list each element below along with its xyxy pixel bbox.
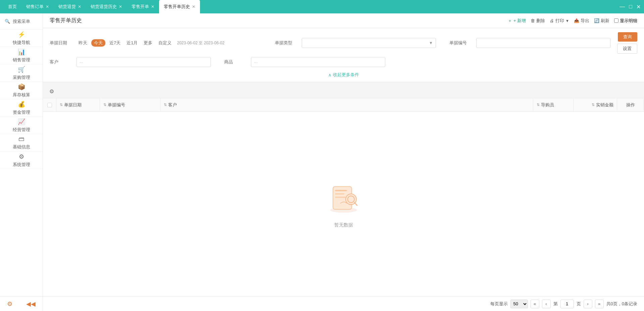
minimize-icon[interactable]: — [620, 4, 625, 10]
th-guide[interactable]: ⇅ 导购员 [533, 98, 574, 111]
tab-sales-return-history-close[interactable]: ✕ [119, 4, 122, 9]
tab-home-label: 首页 [8, 4, 17, 10]
tab-retail-history[interactable]: 零售开单历史 ✕ [159, 0, 200, 13]
svg-line-7 [354, 203, 357, 205]
sidebar-item-finance[interactable]: 💰 资金管理 [0, 99, 43, 117]
filter-panel: 单据日期 昨天 今天 近7天 近1月 更多 自定义 2023-06-02 至 2… [43, 28, 644, 82]
collapse-label: 收起更多条件 [333, 72, 359, 78]
doc-no-input[interactable] [476, 38, 610, 48]
print-button[interactable]: 🖨 打印 ▼ [550, 18, 569, 24]
table-header: ⇅ 单据日期 ⇅ 单据编号 ⇅ 客户 ⇅ 导购员 ⇅ 实销金额 [43, 98, 644, 112]
th-docno[interactable]: ⇅ 单据编号 [100, 98, 160, 111]
th-customer[interactable]: ⇅ 客户 [160, 98, 533, 111]
collapse-icon: ∧ [328, 72, 332, 77]
svg-rect-3 [335, 193, 344, 195]
next-page-button[interactable]: › [584, 300, 592, 308]
tab-retail-open[interactable]: 零售开单 ✕ [127, 0, 159, 13]
refresh-icon: 🔄 [594, 18, 599, 23]
sidebar-item-inventory[interactable]: 📦 库存核算 [0, 82, 43, 99]
tab-home[interactable]: 首页 [3, 0, 21, 13]
pagination: 每页显示 50 10 20 100 « ‹ 第 1 页 › [43, 296, 644, 311]
sales-mgmt-icon: 📊 [18, 48, 25, 56]
tab-sales-return-close[interactable]: ✕ [78, 4, 81, 9]
goods-dots: ··· [254, 60, 258, 65]
sort-icon-customer: ⇅ [164, 103, 167, 107]
sidebar-item-base-info[interactable]: 🗃 基础信息 [0, 134, 43, 152]
refresh-button[interactable]: 🔄 刷新 [594, 18, 609, 24]
table-settings-icon[interactable]: ⚙ [46, 86, 57, 97]
customer-dots: ··· [80, 60, 83, 65]
date-7days[interactable]: 近7天 [107, 39, 122, 47]
sidebar-search-label: 搜索采单 [13, 18, 30, 24]
page-input[interactable]: 1 [560, 300, 574, 308]
page-label: 第 [553, 301, 558, 307]
last-page-button[interactable]: » [595, 300, 604, 308]
sidebar-item-purchase-mgmt-label: 采购管理 [13, 74, 30, 81]
page-title: 零售开单历史 [50, 17, 82, 24]
date-1month[interactable]: 近1月 [125, 39, 140, 47]
goods-select[interactable]: ··· [251, 57, 385, 67]
export-icon: 📤 [574, 18, 579, 23]
th-customer-label: 客户 [168, 102, 177, 108]
sidebar-item-sales-mgmt[interactable]: 📊 销售管理 [0, 47, 43, 64]
per-page-select[interactable]: 50 10 20 100 [510, 300, 528, 308]
purchase-mgmt-icon: 🛒 [18, 66, 25, 73]
tab-sales-order-close[interactable]: ✕ [46, 4, 49, 9]
tab-retail-open-close[interactable]: ✕ [151, 4, 154, 9]
setting-button[interactable]: 设置 [617, 44, 637, 54]
add-icon: ＋ [508, 18, 512, 24]
date-more[interactable]: 更多 [142, 39, 154, 47]
tab-sales-order[interactable]: 销售订单 ✕ [21, 0, 54, 13]
main-layout: 🔍 搜索采单 ⚡ 快捷导航 📊 销售管理 🛒 采购管理 📦 库存核算 💰 [0, 13, 644, 311]
export-button[interactable]: 📤 导出 [574, 18, 589, 24]
doc-type-select[interactable]: ▼ [302, 38, 436, 48]
select-all-checkbox[interactable] [47, 103, 52, 107]
first-page-button[interactable]: « [531, 300, 539, 308]
prev-icon: ‹ [545, 301, 547, 306]
add-button[interactable]: ＋ + 新增 [508, 18, 526, 24]
close-icon[interactable]: ✕ [636, 4, 641, 10]
display-toggle[interactable]: 显示明细 [614, 18, 637, 24]
inventory-icon: 📦 [18, 83, 25, 91]
sidebar-item-system[interactable]: ⚙ 系统管理 [0, 152, 43, 169]
sidebar-item-purchase-mgmt[interactable]: 🛒 采购管理 [0, 64, 43, 82]
customer-select[interactable]: ··· [77, 57, 211, 67]
tab-sales-return-history[interactable]: 销货退货历史 ✕ [86, 0, 127, 13]
date-yesterday[interactable]: 昨天 [77, 39, 89, 47]
collapse-button[interactable]: ∧ 收起更多条件 [328, 70, 359, 79]
tab-sales-return[interactable]: 销货退货 ✕ [54, 0, 86, 13]
display-checkbox[interactable] [614, 18, 618, 23]
display-label: 显示明细 [620, 18, 637, 24]
date-custom[interactable]: 自定义 [156, 39, 174, 47]
refresh-label: 刷新 [601, 18, 609, 24]
th-date[interactable]: ⇅ 单据日期 [56, 98, 100, 111]
th-amount[interactable]: ⇅ 实销金额 [574, 98, 617, 111]
maximize-icon[interactable]: □ [629, 4, 632, 10]
page-suffix: 页 [577, 301, 581, 307]
date-filter-label: 单据日期 [50, 40, 77, 46]
sidebar-item-operations[interactable]: 📈 经营管理 [0, 117, 43, 134]
th-guide-label: 导购员 [541, 102, 554, 108]
sidebar-item-quick-nav-label: 快捷导航 [13, 40, 30, 46]
sidebar-settings-icon[interactable]: ⚙ [7, 300, 12, 308]
sort-icon-docno: ⇅ [103, 103, 106, 107]
date-range-text: 2023-06-02 至 2023-06-02 [177, 40, 224, 46]
tab-sales-return-history-label: 销货退货历史 [91, 4, 117, 10]
goods-label: 商品 [224, 59, 251, 65]
customer-label: 客户 [50, 59, 77, 65]
sidebar-collapse-icon[interactable]: ◀◀ [26, 300, 36, 308]
tab-retail-history-close[interactable]: ✕ [192, 4, 195, 9]
query-button[interactable]: 查询 [618, 32, 637, 42]
date-today[interactable]: 今天 [91, 39, 105, 47]
add-label: + 新增 [513, 18, 526, 24]
tab-retail-open-label: 零售开单 [132, 4, 149, 10]
sidebar-item-quick-nav[interactable]: ⚡ 快捷导航 [0, 30, 43, 47]
sidebar: 🔍 搜索采单 ⚡ 快捷导航 📊 销售管理 🛒 采购管理 📦 库存核算 💰 [0, 13, 43, 311]
sidebar-item-finance-label: 资金管理 [13, 109, 30, 115]
tab-sales-order-label: 销售订单 [26, 4, 44, 10]
delete-button[interactable]: 🗑 删除 [531, 18, 545, 24]
top-tabbar: 首页 销售订单 ✕ 销货退货 ✕ 销货退货历史 ✕ 零售开单 ✕ 零售开单历史 … [0, 0, 644, 13]
prev-page-button[interactable]: ‹ [542, 300, 551, 308]
sidebar-search[interactable]: 🔍 搜索采单 [0, 13, 43, 30]
sidebar-item-system-label: 系统管理 [13, 162, 30, 168]
